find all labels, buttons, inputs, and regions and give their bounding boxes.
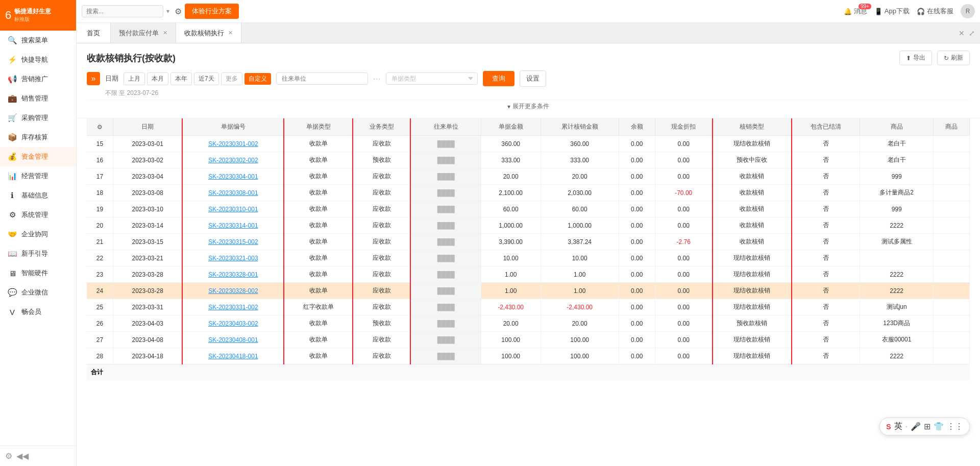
cell-date: 2023-03-21 (113, 250, 182, 266)
sidebar-item-wechat[interactable]: 💬 企业微信 (0, 283, 76, 302)
setting-button[interactable]: 设置 (520, 70, 546, 87)
cell-docno[interactable]: SK-20230304-001 (182, 168, 284, 185)
ime-more-icon[interactable]: ⋮⋮ (947, 422, 963, 431)
sidebar-gear-icon[interactable]: ⚙ (5, 451, 12, 461)
cell-doctype: 收款单 (284, 332, 352, 348)
logo-icon: 6 (5, 9, 11, 22)
cell-docno[interactable]: SK-20230302-002 (182, 152, 284, 168)
cell-docno[interactable]: SK-20230328-001 (182, 266, 284, 283)
cell-seq: 28 (87, 348, 113, 364)
ime-dot-icon[interactable]: · (905, 422, 908, 431)
sidebar-item-management[interactable]: 📊 经营管理 (0, 166, 76, 186)
sidebar-item-basic[interactable]: ℹ 基础信息 (0, 186, 76, 205)
maximize-icon[interactable]: ⤢ (969, 29, 975, 37)
col-header-gear[interactable]: ⚙ (87, 118, 113, 136)
col-header-include-cleared[interactable]: 包含已结清 (792, 118, 860, 136)
date-prev-month-btn[interactable]: 上月 (124, 72, 145, 85)
sidebar-item-purchase[interactable]: 🛒 采购管理 (0, 108, 76, 128)
cell-cash-discount: 0.00 (655, 152, 713, 168)
sidebar-item-finance[interactable]: 💰 资金管理 (0, 147, 76, 166)
writeoff-tab-close[interactable]: ✕ (228, 30, 233, 36)
tab-prepayment[interactable]: 预付款应付单 ✕ (111, 23, 176, 43)
sidebar-item-member[interactable]: V 畅会员 (0, 302, 76, 322)
cell-vertype: 收款核销 (713, 201, 792, 217)
cell-docno[interactable]: SK-20230408-001 (182, 332, 284, 348)
notification-button[interactable]: 🔔 消息 99+ (844, 7, 867, 16)
sidebar-item-search[interactable]: 🔍 搜索菜单 (0, 31, 76, 50)
sidebar-item-collab[interactable]: 🤝 企业协同 (0, 225, 76, 244)
cell-docno[interactable]: SK-20230331-002 (182, 299, 284, 315)
tab-home[interactable]: 首页 (77, 23, 111, 43)
col-header-biztype[interactable]: 业务类型 (353, 118, 411, 136)
app-download-link[interactable]: 📱 App下载 (874, 7, 910, 16)
col-header-balance[interactable]: 余额 (619, 118, 655, 136)
ime-voice-icon[interactable]: 🎤 (911, 422, 921, 431)
sidebar-item-system[interactable]: ⚙ 系统管理 (0, 205, 76, 225)
doc-type-select[interactable]: 单据类型 (386, 72, 478, 85)
industry-solution-button[interactable]: 体验行业方案 (185, 4, 239, 19)
cell-docno[interactable]: SK-20230418-001 (182, 348, 284, 364)
user-avatar[interactable]: R (961, 4, 975, 18)
col-header-amount[interactable]: 单据金额 (481, 118, 541, 136)
topbar-dropdown-arrow[interactable]: ▾ (166, 8, 169, 15)
query-button[interactable]: 查询 (483, 71, 514, 86)
cell-docno[interactable]: SK-20230321-003 (182, 250, 284, 266)
topbar-search-input[interactable] (82, 5, 163, 17)
page-content: 收款核销执行(按收款) ⬆ 导出 ↻ 刷新 » 日期 上月 本月 (77, 43, 980, 466)
col-header-doctype[interactable]: 单据类型 (284, 118, 352, 136)
date-this-year-btn[interactable]: 本年 (170, 72, 192, 85)
expand-more-conditions[interactable]: ▾ 展开更多条件 (87, 100, 970, 113)
sidebar-item-sales[interactable]: 💼 销售管理 (0, 89, 76, 108)
sales-icon: 💼 (7, 94, 17, 103)
col-header-product1[interactable]: 商品 (860, 118, 934, 136)
sidebar-item-inventory[interactable]: 📦 库存核算 (0, 128, 76, 147)
cell-docno[interactable]: SK-20230301-002 (182, 136, 284, 152)
sogou-icon[interactable]: S (886, 423, 891, 431)
col-header-cashdiscount[interactable]: 现金折扣 (655, 118, 713, 136)
sidebar-item-guide[interactable]: 📖 新手引导 (0, 244, 76, 263)
sidebar-item-quicknav[interactable]: ⚡ 快捷导航 (0, 50, 76, 69)
refresh-button[interactable]: ↻ 刷新 (937, 51, 970, 65)
close-tab-icon[interactable]: ✕ (959, 29, 965, 37)
col-header-vertype[interactable]: 核销类型 (713, 118, 792, 136)
prepayment-tab-close[interactable]: ✕ (163, 30, 167, 36)
cell-docno[interactable]: SK-20230314-001 (182, 217, 284, 234)
counterparty-input[interactable] (276, 72, 368, 85)
ime-shirt-icon[interactable]: 👕 (934, 422, 944, 431)
cell-date: 2023-03-31 (113, 299, 182, 315)
date-7days-btn[interactable]: 近7天 (194, 72, 219, 85)
export-button[interactable]: ⬆ 导出 (899, 51, 932, 65)
sidebar-item-marketing[interactable]: 📢 营销推广 (0, 69, 76, 89)
col-header-docno[interactable]: 单据编号 (182, 118, 284, 136)
cell-writeoff-amount: 60.00 (541, 201, 619, 217)
col-header-date[interactable]: 日期 (113, 118, 182, 136)
ime-grid-icon[interactable]: ⊞ (924, 422, 930, 431)
cell-docno[interactable]: SK-20230328-002 (182, 283, 284, 299)
filter-expand-button[interactable]: » (87, 72, 100, 85)
col-header-counterparty[interactable]: 往来单位 (410, 118, 481, 136)
cell-cash-discount: 0.00 (655, 299, 713, 315)
date-this-month-btn[interactable]: 本月 (147, 72, 168, 85)
sidebar-collapse-icon[interactable]: ◀◀ (16, 451, 29, 461)
ime-english-icon[interactable]: 英 (894, 421, 902, 432)
online-service-link[interactable]: 🎧 在线客服 (917, 7, 953, 16)
col-header-writeoff[interactable]: 累计核销金额 (541, 118, 619, 136)
main-area: ▾ ⚙ 体验行业方案 🔔 消息 99+ 📱 App下载 🎧 在线客服 R 首页 (77, 0, 980, 466)
cell-include-cleared: 否 (792, 250, 860, 266)
cell-docno[interactable]: SK-20230315-002 (182, 234, 284, 250)
cell-biztype: 应收款 (353, 250, 411, 266)
col-header-product2[interactable]: 商品 (934, 118, 970, 136)
cell-docno[interactable]: SK-20230310-001 (182, 201, 284, 217)
sidebar-item-hardware[interactable]: 🖥 智能硬件 (0, 263, 76, 283)
cell-balance: 0.00 (619, 185, 655, 201)
date-custom-btn[interactable]: 自定义 (244, 73, 271, 85)
tab-writeoff[interactable]: 收款核销执行 ✕ (176, 23, 241, 43)
topbar-gear-icon[interactable]: ⚙ (175, 7, 182, 16)
cell-biztype: 应收款 (353, 299, 411, 315)
cell-product2 (934, 315, 970, 332)
cell-include-cleared: 否 (792, 299, 860, 315)
cell-docno[interactable]: SK-20230403-002 (182, 315, 284, 332)
cell-counterparty: ████ (410, 136, 481, 152)
date-more-btn[interactable]: 更多 (221, 72, 242, 85)
cell-docno[interactable]: SK-20230308-001 (182, 185, 284, 201)
